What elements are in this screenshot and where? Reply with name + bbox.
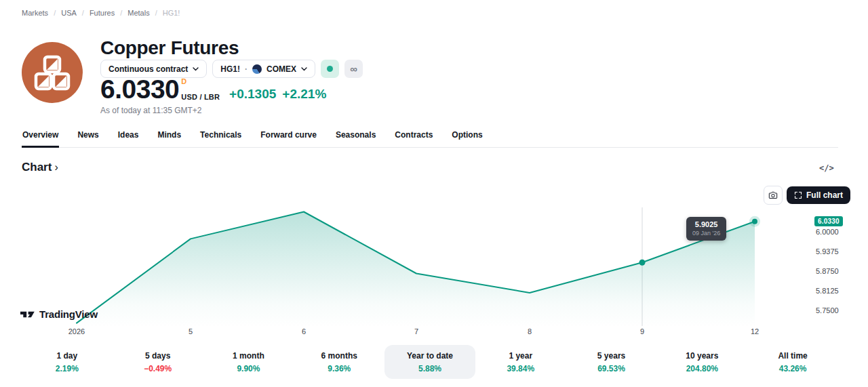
price-change-absolute: +0.1305 bbox=[229, 87, 276, 102]
chart-section-link[interactable]: Chart › bbox=[22, 161, 58, 174]
period-1-year[interactable]: 1 year 39.84% bbox=[475, 345, 566, 379]
tooltip-date: 09 Jan '26 bbox=[692, 230, 720, 237]
market-status-button[interactable] bbox=[321, 60, 339, 78]
period-10-years[interactable]: 10 years 204.80% bbox=[656, 345, 747, 379]
crosshair-tooltip: 5.9025 09 Jan '26 bbox=[686, 217, 726, 241]
x-axis-tick: 5 bbox=[170, 327, 211, 335]
period-label: Year to date bbox=[407, 351, 453, 361]
tradingview-attribution[interactable]: TradingView bbox=[20, 308, 98, 320]
period-value: −0.49% bbox=[144, 364, 172, 373]
x-axis-tick: 9 bbox=[622, 327, 663, 335]
period-5-years[interactable]: 5 years 69.53% bbox=[566, 345, 657, 379]
breadcrumb-separator: / bbox=[155, 9, 157, 17]
price-timestamp: As of today at 11:35 GMT+2 bbox=[100, 106, 202, 115]
last-price: 6.0330 bbox=[100, 76, 179, 102]
x-axis-tick: 12 bbox=[734, 327, 775, 335]
tab-seasonals[interactable]: Seasonals bbox=[335, 127, 376, 148]
linked-contract-button[interactable]: ∞ bbox=[344, 60, 363, 78]
chevron-right-icon: › bbox=[54, 161, 58, 174]
symbol-label: HG1! bbox=[220, 64, 240, 74]
price-block: 6.0330 D USD / LBR +0.1305 +2.21% bbox=[100, 76, 326, 102]
period-all-time[interactable]: All time 43.26% bbox=[747, 345, 838, 379]
currency-unit: USD / LBR bbox=[181, 93, 220, 101]
breadcrumb: Markets / USA / Futures / Metals / HG1! bbox=[22, 9, 180, 17]
tooltip-price: 5.9025 bbox=[692, 220, 720, 228]
tab-news[interactable]: News bbox=[77, 127, 99, 148]
breadcrumb-separator: / bbox=[82, 9, 84, 17]
tab-forward-curve[interactable]: Forward curve bbox=[260, 127, 317, 148]
fullscreen-icon bbox=[794, 191, 802, 199]
period-label: 1 year bbox=[509, 351, 532, 361]
period-value: 204.80% bbox=[686, 364, 718, 373]
tab-overview[interactable]: Overview bbox=[22, 127, 59, 148]
comex-logo-icon bbox=[252, 64, 262, 74]
tradingview-logo-icon bbox=[20, 309, 35, 320]
period-label: 6 months bbox=[321, 351, 357, 361]
tab-contracts[interactable]: Contracts bbox=[394, 127, 433, 148]
chevron-down-icon bbox=[301, 67, 307, 71]
price-change-percent: +2.21% bbox=[282, 87, 326, 102]
tradingview-wordmark: TradingView bbox=[39, 308, 98, 320]
full-chart-label: Full chart bbox=[806, 190, 843, 200]
period-performance-bar: 1 day 2.19% 5 days −0.49% 1 month 9.90% … bbox=[22, 345, 838, 379]
exchange-label: COMEX bbox=[267, 64, 296, 74]
x-axis-tick: 6 bbox=[283, 327, 324, 335]
period-label: 5 years bbox=[597, 351, 625, 361]
x-axis-tick: 7 bbox=[396, 327, 437, 335]
period-5-days[interactable]: 5 days −0.49% bbox=[113, 345, 203, 379]
delayed-data-marker: D bbox=[181, 77, 220, 85]
breadcrumb-item-symbol: HG1! bbox=[163, 9, 180, 17]
y-axis-tick: 5.7500 bbox=[816, 306, 839, 314]
period-value: 39.84% bbox=[507, 364, 534, 373]
breadcrumb-item-futures[interactable]: Futures bbox=[90, 9, 115, 17]
period-value: 43.26% bbox=[779, 364, 807, 373]
period-6-months[interactable]: 6 months 9.36% bbox=[294, 345, 384, 379]
copper-futures-logo-icon bbox=[22, 42, 83, 103]
symbol-tabs: Overview News Ideas Minds Technicals For… bbox=[22, 127, 838, 148]
x-axis-tick: 2026 bbox=[56, 327, 97, 335]
period-value: 2.19% bbox=[56, 364, 79, 373]
price-change: +0.1305 +2.21% bbox=[229, 87, 326, 102]
period-label: 10 years bbox=[686, 351, 718, 361]
tab-ideas[interactable]: Ideas bbox=[117, 127, 140, 148]
crosshair-point-marker bbox=[639, 260, 646, 266]
breadcrumb-separator: / bbox=[120, 9, 122, 17]
period-label: 5 days bbox=[145, 351, 170, 361]
infinity-icon: ∞ bbox=[350, 64, 357, 74]
chart-section-title: Chart bbox=[22, 161, 52, 174]
x-axis-tick: 8 bbox=[509, 327, 550, 335]
tab-technicals[interactable]: Technicals bbox=[199, 127, 242, 148]
breadcrumb-separator: / bbox=[54, 9, 56, 17]
period-label: 1 day bbox=[57, 351, 78, 361]
period-value: 9.90% bbox=[237, 364, 260, 373]
tab-options[interactable]: Options bbox=[451, 127, 483, 148]
period-value: 9.36% bbox=[328, 364, 351, 373]
last-price-axis-badge: 6.0330 bbox=[814, 216, 843, 226]
full-chart-button[interactable]: Full chart bbox=[787, 186, 850, 204]
y-axis-tick: 5.9375 bbox=[816, 247, 839, 256]
camera-icon bbox=[768, 190, 778, 201]
period-year-to-date[interactable]: Year to date 5.88% bbox=[384, 345, 475, 379]
breadcrumb-item-markets[interactable]: Markets bbox=[22, 9, 48, 17]
y-axis-tick: 5.8125 bbox=[816, 287, 839, 295]
period-value: 69.53% bbox=[597, 364, 625, 373]
y-axis-tick: 6.0000 bbox=[816, 228, 839, 236]
symbol-overview-page: Markets / USA / Futures / Metals / HG1! … bbox=[0, 0, 868, 387]
tab-minds[interactable]: Minds bbox=[157, 127, 182, 148]
breadcrumb-item-usa[interactable]: USA bbox=[61, 9, 77, 17]
period-label: All time bbox=[778, 351, 807, 361]
y-axis-tick: 5.8750 bbox=[816, 267, 839, 275]
chevron-down-icon bbox=[193, 67, 199, 71]
page-title: Copper Futures bbox=[100, 37, 239, 59]
period-label: 1 month bbox=[233, 351, 264, 361]
area-series-fill bbox=[77, 212, 755, 327]
last-point-marker bbox=[752, 219, 757, 224]
contract-selector-label: Continuous contract bbox=[108, 64, 188, 74]
breadcrumb-item-metals[interactable]: Metals bbox=[127, 9, 149, 17]
snapshot-button[interactable] bbox=[764, 186, 783, 205]
symbol-exchange-dropdown[interactable]: HG1! · COMEX bbox=[212, 60, 315, 78]
period-1-month[interactable]: 1 month 9.90% bbox=[203, 345, 294, 379]
embed-code-icon[interactable]: </> bbox=[819, 163, 834, 173]
period-1-day[interactable]: 1 day 2.19% bbox=[22, 345, 113, 379]
market-open-dot-icon bbox=[327, 66, 333, 72]
